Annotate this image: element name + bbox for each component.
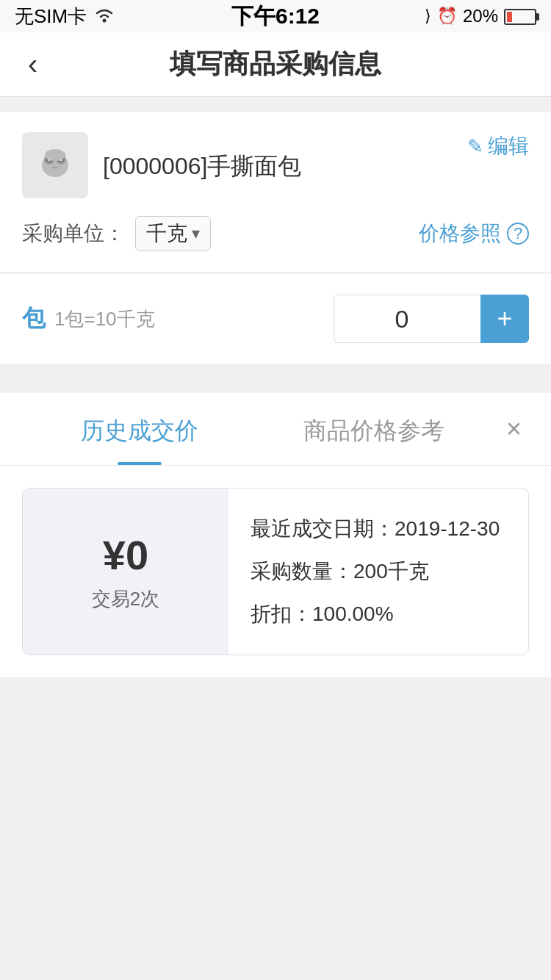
discount-value: 100.00%: [312, 602, 394, 625]
quantity-input[interactable]: [334, 295, 480, 343]
purchase-qty-label: 采购数量：: [251, 560, 353, 583]
price-value: 0: [126, 532, 148, 578]
price-card: ¥0 交易2次 最近成交日期：2019-12-30 采购数量：200千克 折扣：…: [22, 488, 529, 655]
tab-history-price[interactable]: 历史成交价: [22, 393, 256, 465]
battery-percent: 20%: [463, 6, 498, 26]
unit-select-button[interactable]: 千克 ▾: [135, 216, 211, 251]
currency-symbol: ¥: [103, 532, 126, 578]
svg-point-8: [45, 149, 65, 161]
product-logo-icon: [33, 140, 77, 191]
price-detail-panel: 最近成交日期：2019-12-30 采购数量：200千克 折扣：100.00%: [228, 489, 528, 655]
help-icon: ?: [507, 223, 529, 245]
price-amount-display: ¥0: [103, 531, 148, 579]
status-left: 无SIM卡: [15, 4, 115, 29]
quantity-plus-button[interactable]: +: [480, 295, 529, 343]
quantity-section: 包 1包=10千克 +: [0, 273, 551, 364]
status-bar: 无SIM卡 下午6:12 ⟩ ⏰ 20%: [0, 0, 551, 32]
edit-label: 编辑: [488, 132, 529, 160]
location-icon: ⟩: [425, 7, 431, 26]
unit-dropdown-icon: ▾: [192, 224, 200, 243]
discount-label: 折扣：: [251, 602, 312, 625]
recent-date-row: 最近成交日期：2019-12-30: [251, 514, 506, 544]
tabs-row: 历史成交价 商品价格参考 ×: [0, 393, 551, 466]
status-right: ⟩ ⏰ 20%: [425, 6, 536, 26]
product-info: [0000006]手撕面包: [22, 132, 301, 198]
purchase-qty-row: 采购数量：200千克: [251, 556, 506, 587]
quantity-row: 包 1包=10千克 +: [22, 274, 529, 364]
unit-conversion-label: 1包=10千克: [54, 306, 155, 332]
purchase-qty-value: 200千克: [353, 560, 429, 583]
price-ref-label: 价格参照: [419, 220, 501, 248]
price-reference-button[interactable]: 价格参照 ?: [419, 220, 529, 248]
unit-value: 千克: [146, 220, 187, 248]
product-header: [0000006]手撕面包 ✎ 编辑: [22, 132, 529, 198]
product-unit-row: 采购单位： 千克 ▾ 价格参照 ?: [22, 216, 529, 251]
quantity-control: +: [334, 295, 529, 343]
price-summary-panel: ¥0 交易2次: [23, 489, 228, 655]
unit-label: 采购单位：: [22, 222, 125, 245]
tab-product-price-ref[interactable]: 商品价格参考: [256, 393, 491, 465]
product-name: [0000006]手撕面包: [103, 151, 301, 183]
section-separator: [0, 364, 551, 378]
trade-count: 交易2次: [92, 586, 159, 612]
recent-date-label: 最近成交日期：: [251, 517, 395, 540]
status-time: 下午6:12: [231, 1, 320, 32]
svg-point-0: [103, 18, 107, 22]
edit-icon: ✎: [467, 135, 483, 158]
back-button[interactable]: ‹: [21, 40, 45, 88]
wifi-icon: [94, 5, 115, 28]
tab-close-button[interactable]: ×: [499, 406, 529, 452]
unit-info: 包 1包=10千克: [22, 303, 155, 335]
alarm-icon: ⏰: [437, 7, 457, 26]
product-card: [0000006]手撕面包 ✎ 编辑 采购单位： 千克 ▾ 价格参照 ?: [0, 112, 551, 272]
nav-bar: ‹ 填写商品采购信息: [0, 32, 551, 97]
carrier-text: 无SIM卡: [15, 4, 87, 29]
discount-row: 折扣：100.00%: [251, 599, 506, 630]
recent-date-value: 2019-12-30: [395, 517, 500, 540]
unit-badge: 包: [22, 303, 46, 335]
bottom-panel: 历史成交价 商品价格参考 × ¥0 交易2次 最近成交日期：2019-12-30…: [0, 393, 551, 677]
history-price-content: ¥0 交易2次 最近成交日期：2019-12-30 采购数量：200千克 折扣：…: [0, 466, 551, 677]
product-thumbnail: [22, 132, 88, 198]
battery-icon: [504, 6, 536, 26]
unit-select-group: 采购单位： 千克 ▾: [22, 216, 211, 251]
page-title: 填写商品采购信息: [170, 46, 381, 82]
edit-button[interactable]: ✎ 编辑: [467, 132, 529, 160]
